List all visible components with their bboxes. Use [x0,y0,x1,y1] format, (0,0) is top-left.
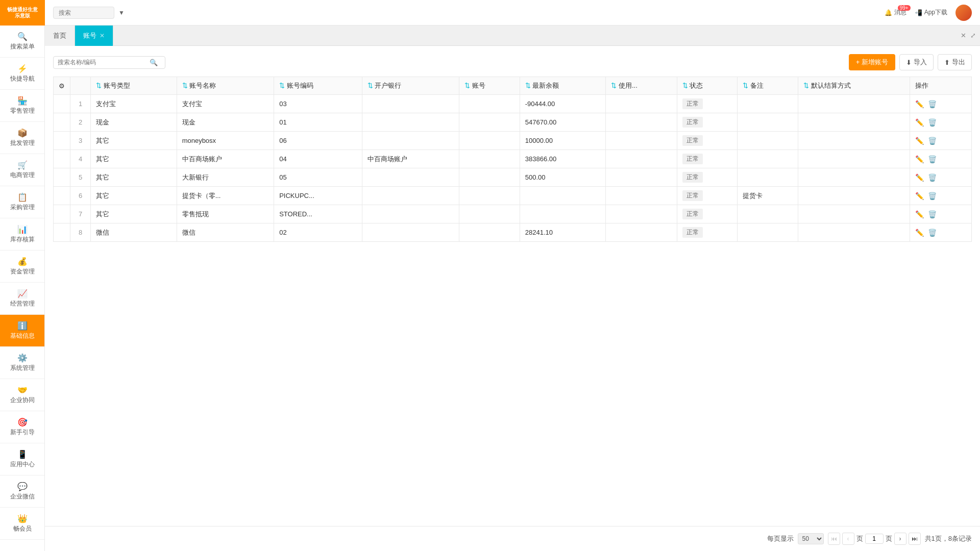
row-balance [520,205,606,223]
edit-icon[interactable]: ✏️ [915,210,924,218]
delete-icon[interactable]: 🗑️ [928,100,937,108]
sidebar-item-enterprise-wechat[interactable]: 💬 企业微信 [0,475,44,508]
download-icon: 📲 [915,9,922,16]
export-button[interactable]: ⬆ 导出 [938,54,972,70]
tab-home[interactable]: 首页 [45,26,75,46]
system-icon: ⚙️ [0,353,44,363]
sort-icon: ⇅ [743,82,748,89]
table-row: 8 微信 微信 02 28241.10 正常 ✏️ 🗑️ [54,223,972,242]
row-usage [606,187,677,205]
edit-icon[interactable]: ✏️ [915,192,924,200]
row-actions: ✏️ 🗑️ [910,150,971,168]
col-settings[interactable]: ⚙ [54,77,70,95]
export-icon: ⬆ [944,59,950,66]
sort-icon: ⇅ [682,82,688,89]
sidebar-item-capital-mgmt[interactable]: 💰 资金管理 [0,251,44,283]
delete-icon[interactable]: 🗑️ [928,229,937,237]
edit-icon[interactable]: ✏️ [915,100,924,108]
col-balance[interactable]: ⇅ 最新余额 [520,77,606,95]
vip-icon: 👑 [0,514,44,523]
add-account-button[interactable]: + 新增账号 [849,54,895,70]
col-account-type[interactable]: ⇅ 账号类型 [91,77,177,95]
sidebar-item-wholesale-mgmt[interactable]: 📦 批发管理 [0,122,44,154]
delete-icon[interactable]: 🗑️ [928,118,937,127]
sidebar-item-enterprise-agreement[interactable]: 🤝 企业协同 [0,379,44,411]
sidebar-item-newcomer-guide[interactable]: 🎯 新手引导 [0,411,44,443]
edit-icon[interactable]: ✏️ [915,137,924,145]
home-tab-label: 首页 [53,31,66,40]
row-account-number [459,95,520,113]
delete-icon[interactable]: 🗑️ [928,137,937,145]
row-default-settlement [798,223,910,242]
col-account-code[interactable]: ⇅ 账号编码 [274,77,362,95]
accounts-tab-label: 账号 [83,31,96,40]
row-remark: 提货卡 [738,187,798,205]
first-page-button[interactable]: ⏮ [828,533,840,545]
sidebar-item-ecommerce-mgmt[interactable]: 🛒 电商管理 [0,154,44,186]
sidebar-item-vip-member[interactable]: 👑 畅会员 [0,508,44,540]
search-icon[interactable]: 🔍 [150,59,158,66]
col-status[interactable]: ⇅ 状态 [677,77,738,95]
user-avatar[interactable] [955,5,972,21]
row-checkbox-cell [54,150,70,168]
app-logo: 畅捷通好生意 乐意版 [0,0,45,26]
search-input[interactable] [58,59,150,66]
row-bank [362,95,459,113]
app-logo-line1: 畅捷通好生意 [7,7,38,13]
col-default-settlement[interactable]: ⇅ 默认结算方式 [798,77,910,95]
tab-expand-icon[interactable]: ⤢ [970,32,976,39]
col-account-number[interactable]: ⇅ 账号 [459,77,520,95]
app-download-button[interactable]: 📲 App下载 [915,8,947,17]
edit-icon[interactable]: ✏️ [915,155,924,163]
sort-icon: ⇅ [611,82,617,89]
sidebar-item-retail-mgmt[interactable]: 🏪 零售管理 [0,90,44,122]
row-account-code: 04 [274,150,362,168]
row-checkbox-cell [54,205,70,223]
per-page-select[interactable]: 50 20 100 [798,533,824,544]
row-account-number [459,113,520,132]
sidebar-item-system-mgmt[interactable]: ⚙️ 系统管理 [0,347,44,379]
import-button[interactable]: ⬇ 导入 [899,54,934,70]
row-balance: 547670.00 [520,113,606,132]
topbar-dropdown[interactable]: ▼ [118,9,125,16]
col-account-name[interactable]: ⇅ 账号名称 [177,77,274,95]
table-row: 3 其它 moneybosx 06 10000.00 正常 ✏️ 🗑️ [54,132,972,150]
col-usage[interactable]: ⇅ 使用... [606,77,677,95]
sidebar-item-purchase-mgmt[interactable]: 📋 采购管理 [0,186,44,218]
sidebar-item-basic-info[interactable]: ℹ️ 基础信息 [0,315,44,347]
next-page-button[interactable]: › [894,533,906,545]
tab-close-all-icon[interactable]: ✕ [961,32,966,39]
delete-icon[interactable]: 🗑️ [928,210,937,218]
edit-icon[interactable]: ✏️ [915,118,924,127]
edit-icon[interactable]: ✏️ [915,173,924,182]
delete-icon[interactable]: 🗑️ [928,192,937,200]
col-remark[interactable]: ⇅ 备注 [738,77,798,95]
sidebar-item-shortcuts[interactable]: ⚡ 快捷导航 [0,58,44,90]
prev-page-button[interactable]: ‹ [842,533,854,545]
row-account-type: 支付宝 [91,95,177,113]
edit-icon[interactable]: ✏️ [915,229,924,237]
tab-close-icon[interactable]: ✕ [100,32,105,39]
sidebar-item-inventory-calc[interactable]: 📊 库存核算 [0,218,44,251]
row-account-type: 现金 [91,113,177,132]
delete-icon[interactable]: 🗑️ [928,173,937,182]
row-remark [738,132,798,150]
row-num: 1 [70,95,91,113]
last-page-button[interactable]: ⏭ [909,533,921,545]
bell-icon: 🔔 [885,9,892,16]
tab-accounts[interactable]: 账号 ✕ [75,26,113,46]
sidebar-item-operations-mgmt[interactable]: 📈 经营管理 [0,283,44,315]
topbar-search-input[interactable] [53,7,114,19]
page-input[interactable] [865,534,884,544]
row-usage [606,223,677,242]
sort-icon: ⇅ [368,82,373,89]
col-bank[interactable]: ⇅ 开户银行 [362,77,459,95]
row-remark [738,95,798,113]
delete-icon[interactable]: 🗑️ [928,155,937,163]
row-account-code: 01 [274,113,362,132]
row-account-code: STORED... [274,205,362,223]
row-usage [606,95,677,113]
notification-button[interactable]: 🔔 99+ 消息 [885,8,906,17]
sidebar-item-app-center[interactable]: 📱 应用中心 [0,443,44,475]
sidebar-item-search-menu[interactable]: 🔍 搜索菜单 [0,26,44,58]
